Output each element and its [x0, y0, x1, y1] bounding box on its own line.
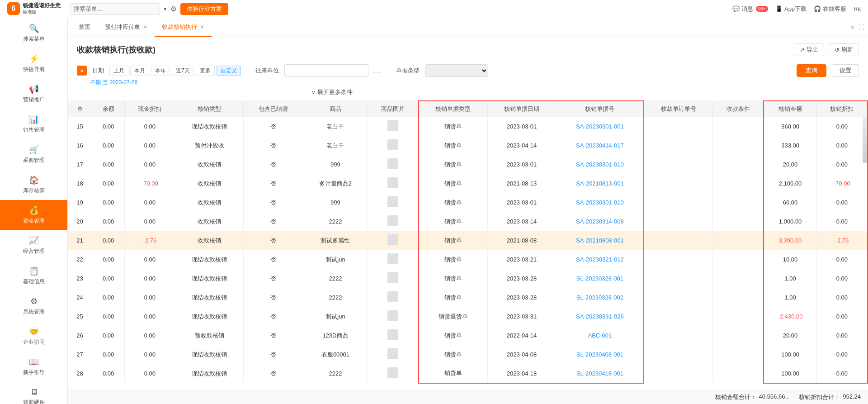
sidebar-item-operation[interactable]: 📈 经营管理 — [0, 230, 67, 261]
export-button[interactable]: ↗ 导出 — [794, 43, 824, 56]
date-btn-more[interactable]: 更多 — [196, 66, 215, 76]
data-table: ⚙ 余额 现金折扣 核销类型 包含已结清 商品 商品图片 核销单据类型 核销单据… — [68, 100, 868, 384]
cell-writeoff-date: 2023-03-01 — [487, 117, 556, 136]
cell-cash-discount: 0.00 — [125, 117, 175, 136]
dropdown-icon[interactable]: ▾ — [164, 5, 167, 12]
cell-goods: 老白干 — [303, 136, 368, 155]
tab-writeoff-label: 收款核销执行 — [162, 23, 197, 31]
cell-balance: 0.00 — [92, 345, 125, 364]
cell-receipt-cond — [713, 155, 764, 174]
message-link[interactable]: 💬 消息 99+ — [732, 5, 768, 13]
cell-writeoff-amt: 100.00 — [764, 345, 816, 364]
industry-btn[interactable]: 体验行业方案 — [180, 3, 228, 15]
tab-expand-icon[interactable]: ⛶ — [859, 24, 864, 31]
cell-receipt-cond — [713, 269, 764, 288]
app-download-link[interactable]: 📱 App下载 — [775, 5, 807, 13]
cell-writeoff-type: 销货单 — [419, 288, 487, 307]
cell-receipt-cond — [713, 250, 764, 269]
sidebar-item-quicknav[interactable]: ⚡ 快捷导航 — [0, 48, 67, 79]
cell-goods-img — [368, 212, 419, 231]
date-btn-7days[interactable]: 近7天 — [172, 66, 194, 76]
col-seq: ⚙ — [68, 101, 92, 117]
receipt-type-select[interactable] — [425, 64, 488, 77]
tab-writeoff-close[interactable]: ✕ — [200, 24, 204, 30]
from-unit-input[interactable] — [284, 64, 368, 77]
sidebar-item-marketing[interactable]: 📢 营销推广 — [0, 79, 67, 109]
page-content: 收款核销执行(按收款) ↗ 导出 ↺ 刷新 » 日期 — [68, 37, 868, 404]
sidebar-item-search[interactable]: 🔍 搜索菜单 — [0, 18, 67, 48]
user-label[interactable]: Rit — [854, 5, 861, 12]
cell-settled: 否 — [244, 250, 303, 269]
cell-cash-discount: 0.00 — [125, 250, 175, 269]
cell-writeoff-type: 销货单 — [419, 155, 487, 174]
cell-goods: 2222 — [303, 269, 368, 288]
date-btn-this-year[interactable]: 本年 — [151, 66, 170, 76]
date-btn-this-month[interactable]: 本月 — [130, 66, 149, 76]
tab-prepay[interactable]: 预付冲应付单 ✕ — [98, 18, 155, 37]
cell-goods: 老白干 — [303, 117, 368, 136]
col-writeoff-no: 核销单据号 — [556, 101, 644, 117]
cell-writeoff-amt: -2,430.00 — [764, 307, 816, 326]
cell-seq: 18 — [68, 174, 92, 193]
table-container[interactable]: ⚙ 余额 现金折扣 核销类型 包含已结清 商品 商品图片 核销单据类型 核销单据… — [68, 100, 868, 390]
date-btn-custom[interactable]: 自定义 — [217, 66, 241, 76]
sidebar-item-basic[interactable]: 📋 基础信息 — [0, 261, 67, 291]
goods-image — [387, 177, 398, 188]
sidebar-item-collab[interactable]: 🤝 企业协同 — [0, 321, 67, 352]
table-row: 200.000.00收款核销否2222销货单2023-03-14SA-20230… — [68, 212, 868, 231]
sidebar-item-inventory[interactable]: 🏠 库存核算 — [0, 170, 67, 200]
table-row: 230.000.00现结收款核销否2222销货单2023-03-28SL-202… — [68, 269, 868, 288]
cell-writeoff-date: 2021-08-13 — [487, 174, 556, 193]
cell-balance: 0.00 — [92, 193, 125, 212]
cell-writeoff-amt: 60.00 — [764, 193, 816, 212]
table-row: 190.000.00收款核销否999销货单2023-03-01SA-202303… — [68, 193, 868, 212]
cell-writeoff-discount: 0.00 — [816, 307, 868, 326]
cell-writeoff-date: 2023-03-31 — [487, 307, 556, 326]
cell-cash-discount: 0.00 — [125, 155, 175, 174]
online-service-link[interactable]: 🎧 在线客服 — [814, 5, 846, 13]
expand-more-btn[interactable]: ∨ 展开更多条件 — [77, 88, 859, 96]
col-cash-discount: 现金折扣 — [125, 101, 175, 117]
cell-receipt-order-no — [644, 307, 712, 326]
refresh-label: 刷新 — [841, 46, 853, 54]
tab-writeoff[interactable]: 收款核销执行 ✕ — [155, 18, 212, 37]
page-title: 收款核销执行(按收款) — [77, 44, 156, 55]
tab-home[interactable]: 首页 — [71, 18, 98, 37]
goods-image — [387, 291, 398, 302]
col-goods-img: 商品图片 — [368, 101, 419, 117]
setting-button[interactable]: 设置 — [832, 64, 859, 77]
cell-receipt-order-no — [644, 136, 712, 155]
cell-receipt-order-no — [644, 250, 712, 269]
sidebar-item-purchase[interactable]: 🛒 采购管理 — [0, 139, 67, 170]
cell-writeoff-amt: 3,390.00 — [764, 231, 816, 250]
cell-seq: 22 — [68, 250, 92, 269]
cell-balance: 0.00 — [92, 250, 125, 269]
cell-writeoff-no: SL-20230418-001 — [556, 364, 644, 383]
sidebar-item-finance[interactable]: 💰 资金管理 — [0, 200, 67, 230]
sidebar-item-guide[interactable]: 📖 新手引导 — [0, 352, 67, 382]
cell-type: 现结收款核销 — [175, 288, 244, 307]
tab-prepay-close[interactable]: ✕ — [143, 24, 147, 30]
total-discount-item: 核销折扣合计： 952.24 — [799, 393, 861, 401]
query-button[interactable]: 查询 — [797, 64, 826, 77]
filter-area: » 日期 上月 本月 本年 近7天 更多 自定义 往来单位 ... — [68, 61, 868, 100]
cell-writeoff-no: SA-20230301-010 — [556, 193, 644, 212]
cell-receipt-cond — [713, 288, 764, 307]
basic-icon: 📋 — [29, 266, 39, 276]
cell-settled: 否 — [244, 269, 303, 288]
date-btn-last-month[interactable]: 上月 — [109, 66, 128, 76]
cell-goods: 2222 — [303, 288, 368, 307]
search-input[interactable] — [70, 3, 160, 15]
tab-bar-right: ✕ ⛶ — [850, 24, 864, 31]
refresh-button[interactable]: ↺ 刷新 — [829, 43, 859, 56]
cell-goods-img — [368, 174, 419, 193]
sidebar-label-guide: 新手引导 — [23, 369, 45, 376]
filter-arrow-btn[interactable]: » — [77, 66, 87, 76]
gear-icon[interactable]: ⚙ — [170, 5, 177, 13]
date-filter-label: 日期 — [92, 67, 104, 75]
sidebar-item-system[interactable]: ⚙ 系统管理 — [0, 291, 67, 321]
tab-close-all-icon[interactable]: ✕ — [850, 24, 855, 31]
sidebar-item-hardware[interactable]: 🖥 智能硬件 — [0, 382, 67, 404]
table-row: 270.000.00现结收款核销否衣服00001销货单2023-04-08SL-… — [68, 345, 868, 364]
sidebar-item-sales[interactable]: 📊 销售管理 — [0, 109, 67, 139]
